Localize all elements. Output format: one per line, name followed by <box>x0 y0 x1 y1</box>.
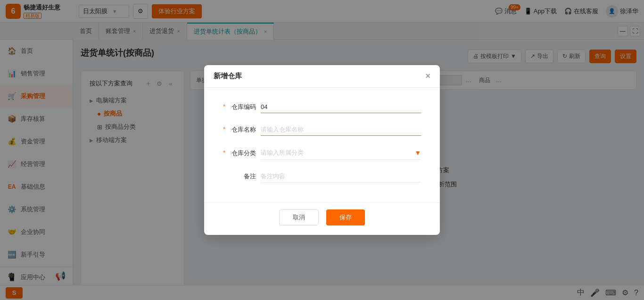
category-label: 仓库分类 <box>223 149 261 158</box>
name-input[interactable] <box>261 124 421 136</box>
modal-header: 新增仓库 × <box>204 65 440 88</box>
form-row-name: 仓库名称 <box>223 124 421 136</box>
modal-title: 新增仓库 <box>214 72 242 81</box>
name-label: 仓库名称 <box>223 125 261 134</box>
category-dropdown-arrow: ▼ <box>414 149 421 157</box>
modal-overlay: 新增仓库 × 仓库编码 仓库名称 仓库分类 请输入所属分类 ▼ <box>0 0 644 300</box>
note-input[interactable] <box>261 170 421 183</box>
code-input[interactable] <box>261 101 421 113</box>
form-row-code: 仓库编码 <box>223 101 421 113</box>
new-warehouse-modal: 新增仓库 × 仓库编码 仓库名称 仓库分类 请输入所属分类 ▼ <box>204 65 440 235</box>
note-label: 备注 <box>223 172 261 181</box>
form-row-note: 备注 <box>223 170 421 183</box>
code-label: 仓库编码 <box>223 103 261 111</box>
save-button[interactable]: 保存 <box>326 209 365 225</box>
modal-body: 仓库编码 仓库名称 仓库分类 请输入所属分类 ▼ 备注 <box>204 88 440 202</box>
modal-footer: 取消 保存 <box>204 202 440 235</box>
modal-close-button[interactable]: × <box>425 71 430 81</box>
form-row-category: 仓库分类 请输入所属分类 ▼ <box>223 146 421 160</box>
category-placeholder: 请输入所属分类 <box>261 149 414 157</box>
cancel-button[interactable]: 取消 <box>279 209 319 225</box>
category-select[interactable]: 请输入所属分类 ▼ <box>261 146 421 160</box>
